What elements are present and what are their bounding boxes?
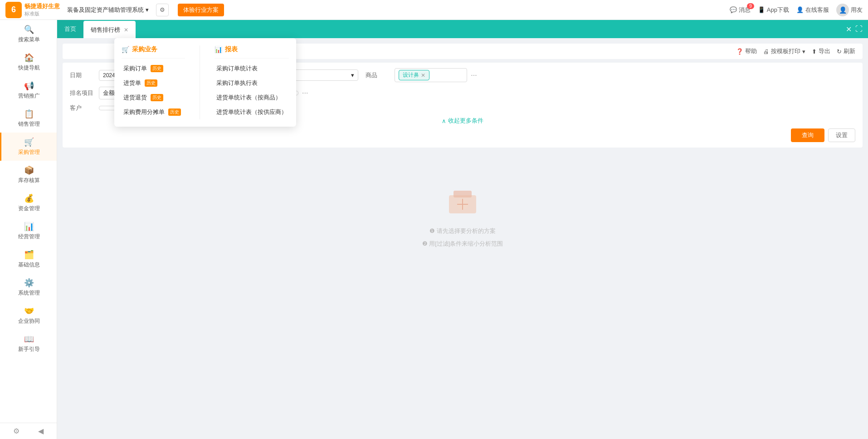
dropdown-item-label: 进货单统计表（按商品）	[216, 94, 281, 102]
print-icon: 🖨	[763, 48, 769, 55]
message-icon: 💬	[730, 6, 737, 13]
sidebar-label-marketing: 营销推广	[18, 92, 40, 100]
dropdown-divider	[200, 45, 200, 119]
goods-more-icon[interactable]: ···	[471, 71, 477, 79]
sidebar-label-basic: 基础信息	[18, 261, 40, 269]
history-badge: 历史	[151, 94, 163, 101]
user-area[interactable]: 👤 用友	[836, 4, 863, 16]
refresh-button[interactable]: ↻ 刷新	[837, 47, 855, 55]
sidebar: 🔍搜索菜单🏠快捷导航📢营销推广📋销售管理🛒采购管理📦库存核算💰资金管理📊经营管理…	[0, 20, 57, 439]
tab-close-all-icon[interactable]: ✕	[846, 25, 852, 34]
report-header-label: 报表	[225, 45, 238, 54]
sidebar-item-sales[interactable]: 📋销售管理	[0, 104, 57, 133]
set-button[interactable]: 设置	[828, 128, 855, 142]
dropdown-item-采购订单[interactable]: 采购订单历史	[122, 61, 185, 76]
history-badge: 历史	[168, 109, 181, 116]
sidebar-label-system: 系统管理	[18, 289, 40, 297]
logo-sub: 标准版	[24, 10, 60, 17]
goods-select[interactable]: 设计鼻 ✕	[395, 68, 467, 82]
sidebar-collapse-icon[interactable]: ◀	[38, 427, 44, 435]
main-area: 🔍搜索菜单🏠快捷导航📢营销推广📋销售管理🛒采购管理📦库存核算💰资金管理📊经营管理…	[0, 20, 868, 439]
industry-button[interactable]: 体验行业方案	[178, 4, 224, 16]
help-button[interactable]: ❓ 帮助	[736, 47, 757, 55]
chevron-down-icon: ▾	[146, 6, 149, 13]
help-label: 帮助	[745, 47, 757, 55]
export-label: 导出	[819, 47, 830, 55]
sidebar-item-purchase[interactable]: 🛒采购管理	[0, 133, 57, 161]
tab-close-icon[interactable]: ✕	[124, 27, 128, 33]
dropdown-item-采购费用分摊单[interactable]: 采购费用分摊单历史	[122, 105, 185, 119]
dropdown-col2-header: 📊 报表	[215, 45, 289, 59]
sidebar-icon-purchase: 🛒	[24, 137, 34, 147]
dropdown-item-进货单[interactable]: 进货单历史	[122, 76, 185, 90]
gear-button[interactable]: ⚙	[156, 4, 169, 16]
sidebar-icon-finance: 💰	[24, 193, 34, 203]
sidebar-item-operation[interactable]: 📊经营管理	[0, 217, 57, 245]
print-button[interactable]: 🖨 按模板打印 ▾	[763, 47, 805, 55]
goods-tag-text: 设计鼻	[403, 71, 419, 79]
tab-sales-rank[interactable]: 销售排行榜 ✕	[83, 21, 136, 39]
sidebar-item-quick[interactable]: 🏠快捷导航	[0, 48, 57, 76]
service-icon: 👤	[796, 6, 804, 13]
purchase-dropdown: 🛒 采购业务 采购订单历史进货单历史进货退货历史采购费用分摊单历史 📊 报表 采…	[114, 38, 296, 127]
salesperson-more-icon[interactable]: ···	[302, 89, 308, 97]
filter-actions: 查询 设置	[70, 128, 855, 142]
collapse-button[interactable]: ∧ 收起更多条件	[442, 117, 483, 125]
svg-rect-1	[454, 191, 472, 197]
dropdown-item-采购订单执行表[interactable]: 采购订单执行表	[215, 76, 289, 90]
dropdown-item-label: 进货退货	[123, 94, 147, 102]
sidebar-item-search[interactable]: 🔍搜索菜单	[0, 20, 57, 48]
logo-main: 畅捷通好生意	[24, 2, 60, 10]
system-name-dropdown[interactable]: 装备及固定资产辅助管理系统 ▾	[67, 6, 149, 14]
goods-tag-close[interactable]: ✕	[421, 72, 425, 79]
customer-label: 客户	[70, 104, 95, 112]
online-service-button[interactable]: 👤 在线客服	[796, 6, 829, 14]
query-button[interactable]: 查询	[791, 128, 824, 142]
export-button[interactable]: ⬆ 导出	[812, 47, 830, 55]
user-avatar: 👤	[836, 4, 849, 16]
sidebar-item-inventory[interactable]: 📦库存核算	[0, 161, 57, 189]
refresh-icon: ↻	[837, 48, 842, 55]
sidebar-settings-icon[interactable]: ⚙	[13, 427, 20, 435]
sidebar-item-enterprise[interactable]: 🤝企业协同	[0, 301, 57, 330]
print-arrow-icon: ▾	[802, 48, 805, 55]
sidebar-icon-quick: 🏠	[24, 53, 34, 63]
sidebar-item-guide[interactable]: 📖新手引导	[0, 330, 57, 358]
user-name: 用友	[851, 6, 863, 14]
tab-home-label: 首页	[64, 25, 76, 33]
logo-text: 畅捷通好生意 标准版	[24, 2, 60, 17]
empty-illustration	[440, 182, 485, 222]
empty-line1: ❶ 请先选择要分析的方案	[429, 227, 496, 235]
dropdown-col2: 📊 报表 采购订单统计表采购订单执行表进货单统计表（按商品）进货单统计表（按供应…	[215, 45, 289, 119]
sidebar-item-system[interactable]: ⚙️系统管理	[0, 273, 57, 301]
chevron-down-icon-voucher: ▾	[351, 72, 354, 79]
dropdown-item-进货退货[interactable]: 进货退货历史	[122, 90, 185, 105]
sidebar-item-basic[interactable]: 🗂️基础信息	[0, 245, 57, 273]
tab-fullscreen-icon[interactable]: ⛶	[855, 25, 863, 33]
empty-state: ❶ 请先选择要分析的方案 ❷ 用[过滤]条件来缩小分析范围	[63, 151, 863, 278]
help-icon: ❓	[736, 48, 743, 55]
sidebar-icon-guide: 📖	[24, 334, 34, 344]
system-name-text: 装备及固定资产辅助管理系统	[67, 6, 144, 14]
rank-label: 排名项目	[70, 89, 95, 97]
dropdown-item-label: 采购订单	[123, 64, 147, 73]
dropdown-item-进货单统计表（按供应商）[interactable]: 进货单统计表（按供应商）	[215, 105, 289, 119]
sidebar-item-finance[interactable]: 💰资金管理	[0, 189, 57, 217]
message-button[interactable]: 💬 消息 9	[730, 6, 751, 14]
dropdown-item-label: 采购订单统计表	[216, 64, 258, 73]
system-name-area: 装备及固定资产辅助管理系统 ▾ ⚙ 体验行业方案	[67, 4, 730, 16]
print-label: 按模板打印	[771, 47, 800, 55]
sidebar-label-enterprise: 企业协同	[18, 317, 40, 325]
sidebar-label-guide: 新手引导	[18, 345, 40, 353]
sidebar-icon-search: 🔍	[24, 25, 34, 35]
app-download-button[interactable]: 📱 App下载	[758, 6, 789, 14]
dropdown-item-进货单统计表（按商品）[interactable]: 进货单统计表（按商品）	[215, 90, 289, 105]
empty-line2: ❷ 用[过滤]条件来缩小分析范围	[422, 240, 503, 248]
dropdown-item-label: 进货单	[123, 79, 141, 87]
export-icon: ⬆	[812, 48, 817, 55]
dropdown-item-label: 采购订单执行表	[216, 79, 258, 87]
tab-home[interactable]: 首页	[57, 20, 83, 38]
dropdown-item-采购订单统计表[interactable]: 采购订单统计表	[215, 61, 289, 76]
sidebar-item-marketing[interactable]: 📢营销推广	[0, 76, 57, 104]
rank-value: 金额	[103, 89, 115, 97]
